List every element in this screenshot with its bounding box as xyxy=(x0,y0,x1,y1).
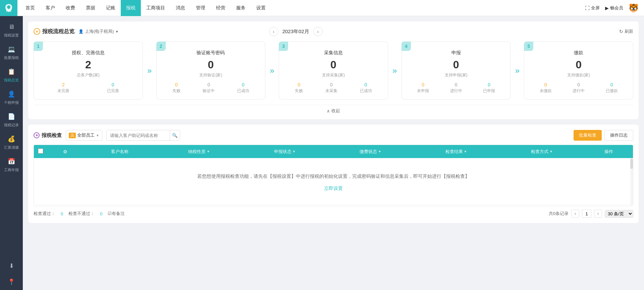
th-settings: ⚙ xyxy=(47,145,83,158)
setup-link[interactable]: 立即设置 xyxy=(324,186,343,191)
step-3-title: 采集信息 xyxy=(284,50,382,56)
prev-page-btn[interactable]: ‹ xyxy=(571,210,579,218)
filter-icon-2[interactable]: ▼ xyxy=(292,150,296,153)
main-content: + 报税流程总览 👤 上海(电子税局) ▼ ‹ 2023年02月 › ↻ 刷新 … xyxy=(23,16,644,290)
process-header: + 报税流程总览 👤 上海(电子税局) ▼ ‹ 2023年02月 › ↻ 刷新 xyxy=(34,27,633,36)
search-icon: 🔍 xyxy=(172,133,178,138)
pagination: 共0条记录 ‹ › 30 条/页 50 条/页 100 条/页 xyxy=(549,210,633,218)
sidebar-location[interactable]: 📍 xyxy=(0,274,23,290)
chevron-down-icon: ▼ xyxy=(115,30,119,33)
step-3-num: 3 xyxy=(279,42,288,51)
step-2-num: 2 xyxy=(156,42,166,51)
step-2-title: 验证账号密码 xyxy=(162,50,260,56)
prev-month-btn[interactable]: ‹ xyxy=(269,27,278,36)
table-container: ⚙ 客户名称 纳税性质 ▼ 申 xyxy=(34,145,633,205)
process-overview-panel: + 报税流程总览 👤 上海(电子税局) ▼ ‹ 2023年02月 › ↻ 刷新 … xyxy=(28,21,639,119)
top-nav: 首页 客户 收费 票据 记账 报税 工商项目 消息 管理 经营 服务 设置 ⛶ … xyxy=(0,0,644,16)
arrow-4-5: » xyxy=(511,42,524,99)
nav-accounting[interactable]: 记账 xyxy=(101,0,121,16)
tax-check-table: ⚙ 客户名称 纳税性质 ▼ 申 xyxy=(34,145,633,158)
scrollbar-track xyxy=(630,158,633,205)
next-month-btn[interactable]: › xyxy=(313,27,323,36)
step-5-stat-0: 0 未缴款 xyxy=(540,82,552,94)
sidebar-item-settlement[interactable]: 💰 汇算清缴 xyxy=(0,131,23,153)
page-number-input[interactable] xyxy=(582,210,591,218)
step-1-authorize: 1 授权、完善信息 2 总客户数(家) 2 未完善 0 已完善 xyxy=(34,42,143,99)
th-declare-status: 申报状态 ▼ xyxy=(242,145,328,158)
next-page-btn[interactable]: › xyxy=(594,210,602,218)
nav-customer[interactable]: 客户 xyxy=(40,0,60,16)
nav-tax[interactable]: 报税 xyxy=(121,0,141,16)
filter-icon-5[interactable]: ▼ xyxy=(549,150,553,153)
step-2-count: 0 xyxy=(162,59,260,71)
step-4-num: 4 xyxy=(401,42,411,51)
step-4-stat-2: 0 已申报 xyxy=(483,82,495,94)
step-2-success-label: 已成功 xyxy=(237,88,249,94)
per-page-select[interactable]: 30 条/页 50 条/页 100 条/页 xyxy=(605,210,633,218)
nav-settings[interactable]: 设置 xyxy=(251,0,271,16)
th-operation: 操作 xyxy=(585,145,633,158)
step-5-stats: 0 未缴款 0 进行中 0 已缴款 xyxy=(530,82,628,94)
sidebar-item-personal-tax[interactable]: 👤 个税申报 xyxy=(0,86,23,108)
sidebar-download[interactable]: ⬇ xyxy=(0,258,23,274)
search-input[interactable] xyxy=(107,130,170,140)
step-1-count: 2 xyxy=(39,59,137,71)
nav-invoice[interactable]: 票据 xyxy=(80,0,101,16)
location-selector[interactable]: 👤 上海(电子税局) ▼ xyxy=(78,28,119,34)
operation-log-btn[interactable]: 操作日志 xyxy=(604,130,633,141)
search-button[interactable]: 🔍 xyxy=(170,130,180,141)
step-2-stat-2: 0 已成功 xyxy=(237,82,249,94)
month-navigation: ‹ 2023年02月 › xyxy=(269,27,323,36)
step-2-stat-0: 0 失败 xyxy=(172,82,180,94)
batch-tax-icon: 💻 xyxy=(7,45,16,54)
step-3-stats: 0 失败 0 未采集 0 已成功 xyxy=(284,82,382,94)
collapse-btn[interactable]: ∧ 收起 xyxy=(34,105,633,114)
step-4-stats: 0 未申报 0 进行中 0 已申报 xyxy=(407,82,505,94)
sidebar-item-annual-report[interactable]: 📅 工商年报 xyxy=(0,153,23,176)
failed-count[interactable]: 0 xyxy=(100,211,102,216)
total-records: 共0条记录 xyxy=(549,211,569,217)
settings-icon-btn[interactable]: ⚙ xyxy=(63,149,67,154)
nav-service[interactable]: 服务 xyxy=(231,0,251,16)
nav-operation[interactable]: 经营 xyxy=(211,0,231,16)
nav-fee[interactable]: 收费 xyxy=(60,0,80,16)
refresh-btn[interactable]: ↻ 刷新 xyxy=(619,28,633,34)
staff-selector[interactable]: 员 全部员工 ▼ xyxy=(66,130,102,141)
scrollbar-thumb[interactable] xyxy=(630,159,633,169)
sidebar-item-tax-overview[interactable]: 📋 报税总览 xyxy=(0,64,23,86)
th-check-method: 检查方式 ▼ xyxy=(499,145,585,158)
chevron-up-icon: ∧ xyxy=(327,108,330,114)
th-tax-nature: 纳税性质 ▼ xyxy=(156,145,242,158)
filter-icon[interactable]: ▼ xyxy=(207,150,210,153)
th-fee-status: 缴费状态 ▼ xyxy=(328,145,414,158)
refresh-icon: ↻ xyxy=(619,29,623,34)
th-checkbox xyxy=(34,145,47,158)
step-1-stats: 2 未完善 0 已完善 xyxy=(39,82,137,94)
sidebar-item-tax-record[interactable]: 📄 报税记录 xyxy=(0,108,23,131)
step-5-num: 5 xyxy=(524,42,533,51)
step-4-count: 0 xyxy=(407,59,505,71)
filter-icon-4[interactable]: ▼ xyxy=(464,150,467,153)
check-title-icon: ✦ xyxy=(34,132,40,138)
nav-message[interactable]: 消息 xyxy=(170,0,191,16)
filter-icon-3[interactable]: ▼ xyxy=(378,150,381,153)
tax-overview-icon: 📋 xyxy=(7,67,16,76)
select-all-checkbox[interactable] xyxy=(38,148,43,154)
step-4-declare: 4 申报 0 支持申报(家) 0 未申报 0 进行中 0 已申报 xyxy=(401,42,511,99)
nav-manage[interactable]: 管理 xyxy=(191,0,211,16)
nav-business[interactable]: 工商项目 xyxy=(141,0,170,16)
avatar[interactable]: 🐯 xyxy=(629,3,639,13)
nav-home[interactable]: 首页 xyxy=(20,0,40,16)
fullscreen-btn[interactable]: ⛶ 全屏 xyxy=(585,5,600,11)
member-btn[interactable]: ▶ 畅会员 xyxy=(605,5,623,11)
search-box: 🔍 xyxy=(106,130,180,141)
tax-check-panel: ✦ 报税检查 员 全部员工 ▼ 🔍 批量检查 操作日志 xyxy=(28,125,639,223)
sidebar-item-tax-settings[interactable]: 🖥 报税设置 xyxy=(0,19,23,41)
location-icon: 📍 xyxy=(7,277,16,287)
app-logo[interactable] xyxy=(0,0,17,16)
passed-count[interactable]: 0 xyxy=(61,211,63,216)
step-1-incomplete-count: 2 xyxy=(57,82,69,87)
sidebar-item-batch-tax[interactable]: 💻 批量报税 xyxy=(0,41,23,64)
current-month: 2023年02月 xyxy=(282,28,309,35)
batch-check-btn[interactable]: 批量检查 xyxy=(574,130,602,141)
